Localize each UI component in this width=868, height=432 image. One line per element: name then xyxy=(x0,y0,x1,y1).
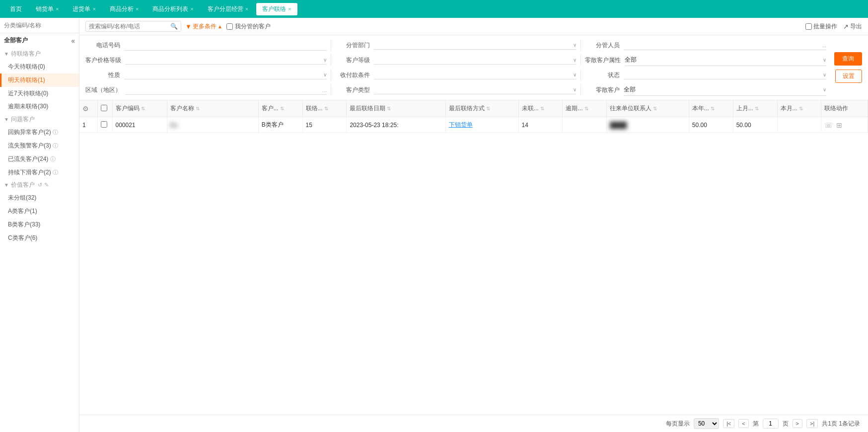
filter-payment-select[interactable]: ∨ xyxy=(374,71,577,79)
row-type: B类客户 xyxy=(258,117,302,133)
triangle-icon: ▼ xyxy=(4,51,9,57)
ellipsis-icon: ... xyxy=(822,42,826,48)
sort-thismonth-icon[interactable]: ⇅ xyxy=(799,106,803,111)
filter-dept: 分管部门 ∨ xyxy=(335,41,577,50)
sort-method-icon[interactable]: ⇅ xyxy=(486,106,490,111)
filter-customer-level-select[interactable]: ∨ xyxy=(374,56,577,65)
batch-op-btn[interactable]: 批量操作 xyxy=(805,22,837,31)
row-checkbox[interactable] xyxy=(101,121,107,128)
group-value-customers[interactable]: ▼ 价值客户 ↺ ✎ xyxy=(0,179,79,191)
page-size-label: 每页显示 xyxy=(666,420,690,428)
filter-customer-type-label: 客户类型 xyxy=(335,86,370,94)
all-customers-header[interactable]: 全部客户 « xyxy=(0,33,79,48)
sidebar-item-churned[interactable]: 已流失客户(24) ⓘ xyxy=(0,152,79,166)
sidebar-item-tomorrow-contact[interactable]: 明天待联络(1) xyxy=(0,73,79,87)
close-sales-icon[interactable]: × xyxy=(56,6,59,12)
page-number-input[interactable] xyxy=(763,419,779,429)
action-phone-icon[interactable]: ☏ xyxy=(824,121,833,129)
filter-price-label: 客户价格等级 xyxy=(85,56,121,65)
filter-dept-select[interactable]: ∨ xyxy=(374,41,577,50)
filter-status-select[interactable]: ∨ xyxy=(624,71,826,79)
nav-purchase[interactable]: 进货单 × xyxy=(67,3,101,15)
nav-customer-contact[interactable]: 客户联络 × xyxy=(256,3,297,15)
close-purchase-icon[interactable]: × xyxy=(92,6,95,12)
filter-row-4: 区域（地区） ... 客户类型 ∨ xyxy=(85,84,826,96)
export-btn[interactable]: ↗ 导出 xyxy=(843,22,862,31)
filter-region-select[interactable]: ... xyxy=(125,85,327,95)
sort-year-icon[interactable]: ⇅ xyxy=(711,106,715,111)
prev-page-btn[interactable]: < xyxy=(738,419,748,428)
column-settings-icon[interactable]: ⚙ xyxy=(82,105,89,113)
page-size-select[interactable]: 50 100 200 xyxy=(694,418,719,429)
filter-scatter-attr-select[interactable]: 全部 ∨ xyxy=(625,54,826,66)
filter-phone-input[interactable] xyxy=(124,40,327,51)
nav-sales[interactable]: 销货单 × xyxy=(30,3,65,15)
last-method-link[interactable]: 下销货单 xyxy=(449,121,473,128)
sort-contact-icon[interactable]: ⇅ xyxy=(324,106,328,111)
filter-price-select[interactable]: ∨ xyxy=(125,56,327,65)
toolbar-right: 批量操作 ↗ 导出 xyxy=(805,22,862,31)
sidebar-item-class-a[interactable]: A类客户(1) xyxy=(0,205,79,218)
filter-row-2: 客户价格等级 ∨ 客户等级 ∨ xyxy=(85,54,826,66)
settings-button[interactable]: 设置 xyxy=(835,70,862,83)
col-name: 客户名称⇅ xyxy=(167,100,258,117)
ellipsis-icon2: ... xyxy=(322,87,327,93)
group-problem-customers[interactable]: ▼ 问题客户 xyxy=(0,113,79,126)
search-box: 🔍 xyxy=(85,21,181,32)
search-input[interactable] xyxy=(89,23,168,30)
collapse-icon[interactable]: « xyxy=(71,37,75,45)
sidebar-item-declining[interactable]: 持续下滑客户(2) ⓘ xyxy=(0,166,79,179)
filter-region: 区域（地区） ... xyxy=(85,85,327,95)
sort-person-icon[interactable]: ⇅ xyxy=(653,106,657,111)
filter-status-label: 状态 xyxy=(585,71,620,79)
sidebar-item-class-c[interactable]: C类客户(6) xyxy=(0,231,79,245)
filter-nature-select[interactable]: ∨ xyxy=(124,71,327,79)
chevron-down-icon6: ∨ xyxy=(573,72,577,77)
sidebar-item-churn-risk[interactable]: 流失预警客户(3) ⓘ xyxy=(0,139,79,152)
action-grid-icon[interactable]: ⊞ xyxy=(836,121,842,129)
filter-customer-type-select[interactable]: ∨ xyxy=(374,85,577,94)
col-uncontacted: 未联...⇅ xyxy=(518,100,563,117)
sidebar-item-today-contact[interactable]: 今天待联络(0) xyxy=(0,60,79,73)
more-conditions-btn[interactable]: ▼ 更多条件 ▲ xyxy=(185,22,222,31)
filter-scatter-select[interactable]: 全部 ∨ xyxy=(624,84,826,96)
sidebar-item-ungrouped[interactable]: 未分组(32) xyxy=(0,191,79,205)
nav-product-analysis[interactable]: 商品分析 × xyxy=(104,3,145,15)
nav-customer-tier[interactable]: 客户分层经营 × xyxy=(202,3,254,15)
next-page-btn[interactable]: > xyxy=(793,419,802,428)
nav-product-analysis-list[interactable]: 商品分析列表 × xyxy=(146,3,199,15)
sort-date-icon[interactable]: ⇅ xyxy=(387,106,391,111)
row-overdue xyxy=(563,117,607,133)
group-pending-contact[interactable]: ▼ 待联络客户 xyxy=(0,48,79,60)
sidebar-item-7days-contact[interactable]: 近7天待联络(0) xyxy=(0,87,79,100)
sort-lastmonth-icon[interactable]: ⇅ xyxy=(755,106,759,111)
select-all-checkbox[interactable] xyxy=(101,105,107,111)
pagination-bar: 每页显示 50 100 200 |< < 第 页 > >| 共1页 1条记录 xyxy=(79,415,868,432)
close-customer-tier-icon[interactable]: × xyxy=(245,6,248,12)
first-page-btn[interactable]: |< xyxy=(723,419,734,428)
row-actions: ☏ ⊞ xyxy=(821,117,868,133)
batch-op-checkbox[interactable] xyxy=(805,23,812,30)
search-icon[interactable]: 🔍 xyxy=(170,23,178,30)
my-customers-checkbox[interactable] xyxy=(226,23,233,30)
filter-person-select[interactable]: ... xyxy=(624,41,826,50)
col-this-month: 本月...⇅ xyxy=(777,100,821,117)
filter-customer-type: 客户类型 ∨ xyxy=(335,85,577,94)
nav-home[interactable]: 首页 xyxy=(4,3,28,15)
close-product-analysis-icon[interactable]: × xyxy=(136,6,139,12)
query-button[interactable]: 查询 xyxy=(834,52,862,66)
sort-overdue-icon[interactable]: ⇅ xyxy=(584,106,588,111)
sidebar-item-overdue-contact[interactable]: 逾期未联络(30) xyxy=(0,100,79,113)
sort-code-icon[interactable]: ⇅ xyxy=(141,106,145,111)
close-product-list-icon[interactable]: × xyxy=(190,6,193,12)
all-customers-label: 全部客户 xyxy=(4,36,28,45)
sort-type-icon[interactable]: ⇅ xyxy=(280,106,284,111)
close-customer-contact-icon[interactable]: × xyxy=(288,6,291,12)
sort-uncontacted-icon[interactable]: ⇅ xyxy=(540,106,544,111)
last-page-btn[interactable]: >| xyxy=(806,419,818,428)
sort-name-icon[interactable]: ⇅ xyxy=(196,106,200,111)
chevron-down-icon5: ∨ xyxy=(323,72,327,77)
sidebar-item-class-b[interactable]: B类客户(33) xyxy=(0,218,79,231)
sidebar-search-input[interactable] xyxy=(4,22,78,29)
sidebar-item-repurchase-anomaly[interactable]: 回购异常客户(2) ⓘ xyxy=(0,126,79,139)
